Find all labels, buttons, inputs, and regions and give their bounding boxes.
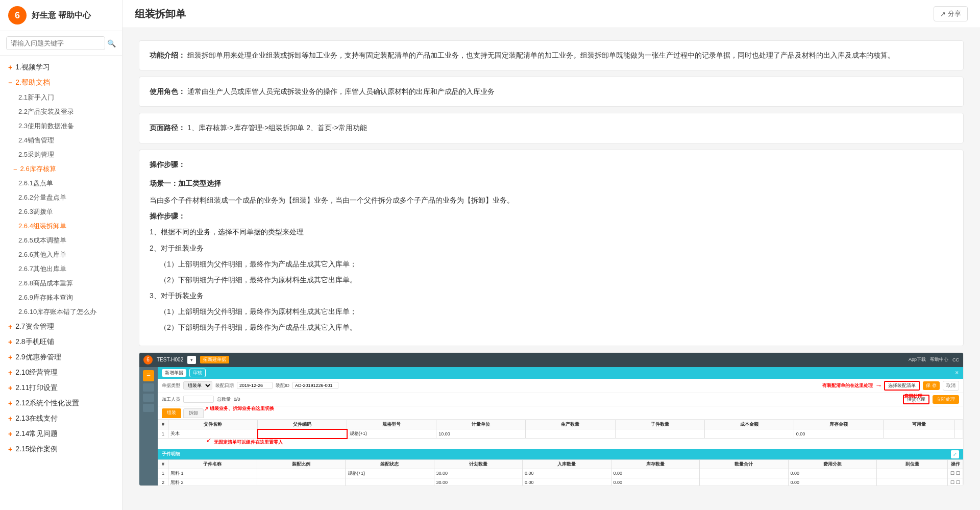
mock-th-avail: 可用量: [883, 420, 954, 429]
sidebar-item-docs-label: 2.帮助文档: [15, 78, 50, 87]
op-steps-card: 操作步骤： 场景一：加工类型选择 当由多个子件材料组装成一个成品的业务为【组装】…: [139, 150, 964, 346]
sidebar-item-beginner[interactable]: 2.1新手入门: [0, 90, 122, 105]
mock-th-sub-qty: 子件数量: [615, 420, 704, 429]
topbar: 组装拆卸单 ↗ 分享: [122, 0, 980, 28]
sidebar-item-mgmt[interactable]: + 2.10经营管理: [0, 365, 122, 380]
mock-cancel-btn[interactable]: 取消: [943, 381, 959, 391]
sidebar-item-inventory-label: 2.6库存核算: [20, 164, 56, 174]
scenario1-desc: 当由多个子件材料组装成一个成品的业务为【组装】业务，当由一个父件拆分成多个子产品…: [150, 194, 953, 207]
search-button[interactable]: 🔍: [107, 39, 116, 47]
sidebar-item-cases[interactable]: + 2.15操作案例: [0, 442, 122, 457]
sidebar-item-inventory[interactable]: − 2.6库存核算: [0, 162, 122, 176]
app-name: 好生意 帮助中心: [32, 10, 91, 21]
sidebar-item-268[interactable]: 2.6.8商品成本重算: [0, 276, 122, 290]
plus-icon-28: +: [8, 338, 12, 346]
share-button[interactable]: ↗ 分享: [934, 6, 968, 21]
mock-th-stock-amt: 库存金额: [794, 420, 883, 429]
mock-app-header-id: TEST-H002: [157, 357, 183, 362]
sidebar-item-267[interactable]: 2.6.7其他出库单: [0, 262, 122, 276]
mock-th-parent-code: 父件编码: [258, 420, 347, 429]
mock-doctype-select[interactable]: 组装单 拆卸单: [183, 381, 212, 390]
mock-th-prod-qty: 生产数量: [526, 420, 615, 429]
sidebar: 6 好生意 帮助中心 🔍 + 1.视频学习 − 2.帮助文档 2.1新手入门 2…: [0, 0, 122, 510]
feature-intro-label: 功能介绍：: [150, 51, 185, 59]
sidebar-item-coupon[interactable]: + 2.9优惠券管理: [0, 350, 122, 365]
steps-subtitle: 操作步骤：: [150, 210, 953, 223]
plus-icon-214: +: [8, 430, 12, 438]
sidebar-item-install[interactable]: 2.2产品安装及登录: [0, 105, 122, 119]
mock-tab-new[interactable]: 新增单据: [162, 369, 186, 377]
share-label: 分享: [948, 9, 961, 18]
main-content: 组装拆卸单 ↗ 分享 功能介绍： 组装拆卸单用来处理企业组装或拆卸等加工业务，支…: [122, 0, 980, 510]
mock-assembly-tab[interactable]: 组装: [162, 408, 181, 418]
sidebar-item-faq-label: 2.14常见问题: [15, 429, 58, 439]
sidebar-item-266[interactable]: 2.6.6其他入库单: [0, 248, 122, 262]
sidebar-item-print[interactable]: + 2.11打印设置: [0, 380, 122, 396]
mock-docid-input[interactable]: [292, 382, 338, 389]
mock-expand-icon[interactable]: ⤢: [951, 450, 959, 458]
mock-worker-label: 加工人员: [162, 396, 180, 403]
screenshot-image: 6 TEST-H002 ▾ 拓新建单据 App下载 帮助中心 CC ☰: [139, 353, 963, 485]
sidebar-item-docs[interactable]: − 2.帮助文档: [0, 75, 122, 90]
minus-icon: −: [8, 79, 12, 87]
path-intro-text: 页面路径： 1、库存核算->库存管理->组装拆卸单 2、首页->常用功能: [150, 122, 953, 134]
plus-icon-210: +: [8, 369, 12, 377]
sidebar-item-263[interactable]: 2.6.3调拨单: [0, 205, 122, 219]
mock-new-doc-btn[interactable]: 拓新建单据: [200, 356, 229, 363]
sidebar-item-customize-label: 2.12系统个性化设置: [15, 399, 79, 408]
sidebar-item-purchase[interactable]: 2.5采购管理: [0, 148, 122, 162]
mock-th-cost: 成本金额: [704, 420, 794, 429]
mock-docid-label: 装配ID: [276, 382, 289, 389]
search-input[interactable]: [6, 36, 105, 50]
sidebar-item-cases-label: 2.15操作案例: [15, 445, 58, 454]
mock-subtable-header-label: 子件明细: [162, 451, 180, 457]
mock-date-input[interactable]: [237, 382, 273, 389]
sidebar-item-mobile[interactable]: + 2.8手机旺铺: [0, 334, 122, 350]
mock-apply-btn[interactable]: 立即处理: [933, 395, 959, 404]
mock-bom-select[interactable]: 选择装配清单: [884, 381, 920, 391]
plus-icon-27: +: [8, 323, 12, 331]
role-intro-body: 通常由生产人员或库管人员完成拆装业务的操作，库管人员确认原材料的出库和产成品的入…: [187, 87, 495, 95]
sidebar-item-2610[interactable]: 2.6.10库存账本错了怎么办: [0, 305, 122, 319]
sidebar-item-262[interactable]: 2.6.2分量盘点单: [0, 190, 122, 205]
step2-1-text: （1）上部明细为父件明细，最终作为产成品生成其它入库单；: [150, 258, 953, 271]
sidebar-item-finance[interactable]: + 2.7资金管理: [0, 319, 122, 334]
sidebar-item-print-label: 2.11打印设置: [15, 383, 58, 393]
plus-icon-211: +: [8, 384, 12, 392]
mock-save-btn[interactable]: 保 存: [923, 381, 940, 390]
screenshot-container: 6 TEST-H002 ▾ 拓新建单据 App下载 帮助中心 CC ☰: [139, 352, 964, 486]
plus-icon-213: +: [8, 415, 12, 423]
mock-th-spec: 规格型号: [347, 420, 436, 429]
sidebar-item-265[interactable]: 2.6.5成本调整单: [0, 233, 122, 248]
feature-intro-card: 功能介绍： 组装拆卸单用来处理企业组装或拆卸等加工业务，支持有固定装配清单的产品…: [139, 40, 964, 70]
sidebar-item-payment[interactable]: + 2.13在线支付: [0, 411, 122, 426]
sidebar-item-mgmt-label: 2.10经营管理: [15, 368, 58, 377]
scenario1-title: 场景一：加工类型选择: [150, 177, 953, 190]
sidebar-header: 6 好生意 帮助中心: [0, 0, 122, 31]
share-icon: ↗: [940, 10, 946, 18]
mock-qty-label: 总数量: [217, 396, 231, 403]
sidebar-item-customize[interactable]: + 2.12系统个性化设置: [0, 396, 122, 411]
sidebar-item-264[interactable]: 2.6.4组装拆卸单: [0, 219, 122, 233]
mock-doctype-label: 单据类型: [162, 382, 180, 389]
op-steps-title: 操作步骤：: [150, 158, 953, 171]
sidebar-item-sales[interactable]: 2.4销售管理: [0, 133, 122, 148]
mock-tab-audit[interactable]: 审核: [189, 369, 206, 377]
annotation1-text: 有装配清单的在这里处理: [822, 382, 873, 389]
feature-intro-text: 功能介绍： 组装拆卸单用来处理企业组装或拆卸等加工业务，支持有固定装配清单的产品…: [150, 49, 953, 62]
step3-2-text: （2）下部明细为子件明细，最终作为产成品生成其它入库单。: [150, 321, 953, 334]
sidebar-item-faq[interactable]: + 2.14常见问题: [0, 426, 122, 442]
sidebar-item-data-prep[interactable]: 2.3使用前数据准备: [0, 119, 122, 133]
plus-icon: +: [8, 63, 12, 71]
sidebar-item-video[interactable]: + 1.视频学习: [0, 60, 122, 75]
content-area: 功能介绍： 组装拆卸单用来处理企业组装或拆卸等加工业务，支持有固定装配清单的产品…: [122, 28, 980, 510]
app-logo: 6: [8, 6, 27, 25]
mock-disassemble-tab[interactable]: 拆卸: [183, 408, 204, 418]
search-box: 🔍: [0, 31, 122, 56]
sidebar-item-finance-label: 2.7资金管理: [15, 322, 54, 331]
mock-worker-input[interactable]: [183, 396, 214, 403]
sidebar-item-261[interactable]: 2.6.1盘点单: [0, 176, 122, 190]
minus-icon-26: −: [13, 165, 17, 173]
sidebar-item-269[interactable]: 2.6.9库存账本查询: [0, 290, 122, 305]
path-intro-label: 页面路径：: [150, 124, 185, 132]
